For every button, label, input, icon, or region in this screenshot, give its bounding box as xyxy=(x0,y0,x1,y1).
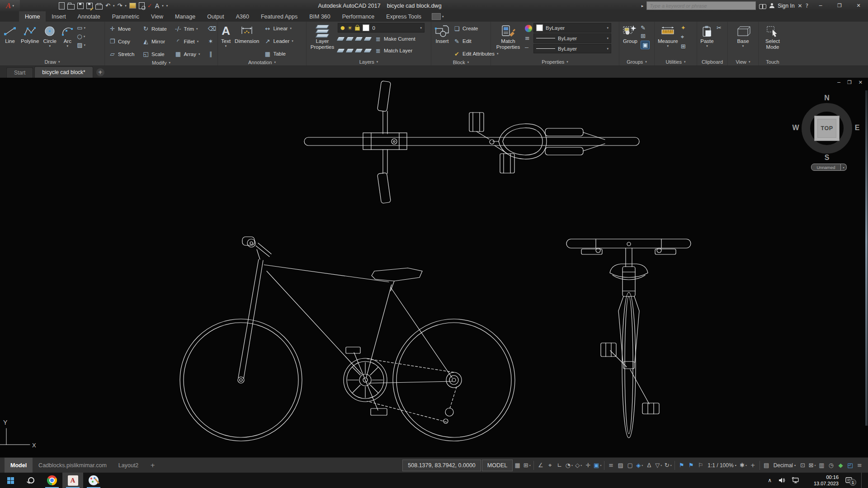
quick-properties-toggle[interactable]: ⊡ xyxy=(798,460,807,471)
search-icon[interactable] xyxy=(759,3,766,9)
viewcube-south[interactable]: S xyxy=(822,154,831,162)
hardware-acceleration-toggle[interactable]: ◆ xyxy=(836,460,845,471)
app-store-icon[interactable]: ✕ xyxy=(798,3,802,9)
autocad-app-menu[interactable]: A ▾ xyxy=(0,0,20,11)
move-button[interactable]: ✛Move xyxy=(107,23,139,34)
annotation-scale-button[interactable]: 1:1 / 100%▾ xyxy=(705,462,738,469)
dynamic-input-toggle[interactable]: ⌖ xyxy=(545,460,555,471)
bicycle-front-view[interactable] xyxy=(566,239,691,438)
plot-icon[interactable] xyxy=(95,5,103,9)
save-as-icon[interactable] xyxy=(86,3,93,9)
taskbar-autocad-button[interactable]: A xyxy=(62,473,83,488)
arc-button[interactable]: Arc ▾ xyxy=(59,23,75,58)
new-drawing-icon[interactable] xyxy=(59,2,65,9)
bicycle-side-view[interactable] xyxy=(180,237,515,441)
tab-annotate[interactable]: Annotate xyxy=(72,11,106,22)
paste-button[interactable]: Paste ▾ xyxy=(699,23,715,58)
taskbar-chrome-button[interactable] xyxy=(42,473,62,488)
panel-label-view[interactable]: View▾ xyxy=(728,58,758,66)
measure-button[interactable]: Measure ▾ xyxy=(656,23,679,58)
taskbar-paint-button[interactable] xyxy=(83,473,104,488)
help-search-input[interactable] xyxy=(646,1,756,10)
object-snap-tracking-toggle[interactable]: ✛ xyxy=(583,460,593,471)
show-desktop-button[interactable] xyxy=(861,473,865,488)
object-snap-toggle[interactable]: ▣▾ xyxy=(593,460,602,471)
tab-output[interactable]: Output xyxy=(201,11,230,22)
tab-insert[interactable]: Insert xyxy=(46,11,71,22)
select-mode-button[interactable]: Select Mode xyxy=(760,23,785,58)
layer-thaw-all-icon[interactable] xyxy=(346,49,354,52)
polar-tracking-toggle[interactable]: ◔▾ xyxy=(564,460,574,471)
line-button[interactable]: Line xyxy=(2,23,18,58)
base-view-button[interactable]: Base ▾ xyxy=(734,23,752,58)
match-layer-button[interactable]: ≣ Match Layer xyxy=(374,45,413,56)
grid-display-toggle[interactable]: ▦ xyxy=(513,460,522,471)
copy-button[interactable]: ❐Copy xyxy=(107,36,139,47)
spell-check-icon[interactable]: ✓ xyxy=(147,2,152,9)
object-color-select[interactable]: ByLayer ▾ xyxy=(533,23,611,33)
quick-calculator-button[interactable]: ⊞ xyxy=(681,43,686,50)
units-icon[interactable]: ▤ xyxy=(762,460,771,471)
annotation-monitor-toggle[interactable]: + xyxy=(748,460,758,471)
layer-select[interactable]: ● ☀ 0 ▾ xyxy=(338,23,425,33)
redo-icon[interactable]: ↷ xyxy=(117,2,122,9)
viewcube-top-face[interactable]: TOP xyxy=(814,116,840,141)
undo-icon[interactable]: ↶ xyxy=(105,2,110,9)
undo-dropdown-icon[interactable]: ▾ xyxy=(113,4,115,8)
panel-label-properties[interactable]: Properties▾ xyxy=(491,58,619,66)
tab-parametric[interactable]: Parametric xyxy=(106,11,145,22)
dimension-button[interactable]: Dimension xyxy=(233,23,260,59)
ellipse-button[interactable]: ○▾ xyxy=(77,33,85,40)
drawing-area[interactable]: Y X ─ ❐ ✕ N W E S TOP Unnamed ▾ xyxy=(0,78,868,457)
transparency-toggle[interactable]: ▨ xyxy=(616,460,625,471)
panel-label-annotation[interactable]: Annotation▾ xyxy=(218,59,306,66)
help-icon[interactable]: ? xyxy=(806,3,808,9)
drawing-close-icon[interactable]: ✕ xyxy=(859,80,863,85)
qat-customize-icon[interactable]: ▾ xyxy=(166,4,168,8)
drawing-minimize-icon[interactable]: ─ xyxy=(837,80,840,85)
file-tab-document[interactable]: bicycle cad block* xyxy=(34,66,93,78)
quick-select-button[interactable]: ✦ xyxy=(681,24,686,31)
fillet-button[interactable]: ◜Fillet▾ xyxy=(172,36,205,47)
panel-label-touch[interactable]: Touch xyxy=(759,58,787,66)
sign-in-button[interactable]: Sign In xyxy=(778,3,794,9)
tab-view[interactable]: View xyxy=(145,11,169,22)
layer-lock-tool-icon[interactable] xyxy=(364,37,372,41)
group-edit-button[interactable]: ⊞ xyxy=(641,33,650,39)
panel-label-draw[interactable]: Draw▾ xyxy=(0,58,104,66)
hidden-icons-chevron[interactable]: ∧ xyxy=(768,477,772,483)
snap-mode-toggle[interactable]: ⊞▾ xyxy=(522,460,532,471)
clean-screen-toggle[interactable]: ◰ xyxy=(845,460,855,471)
tab-featured-apps[interactable]: Featured Apps xyxy=(255,11,303,22)
named-view-label[interactable]: Unnamed xyxy=(811,164,841,171)
make-current-button[interactable]: ≣ Make Current xyxy=(374,33,416,45)
rectangle-button[interactable]: ▭▾ xyxy=(77,24,85,31)
workspace-switch-button[interactable]: ✱▾ xyxy=(739,460,748,471)
selection-filter-toggle[interactable]: ▽▾ xyxy=(654,460,663,471)
new-tab-button[interactable]: + xyxy=(96,68,104,76)
named-view-control[interactable]: Unnamed ▾ xyxy=(811,164,847,171)
cut-button[interactable]: ✂ xyxy=(717,24,722,31)
insert-block-button[interactable]: Insert xyxy=(433,23,451,59)
tab-manage[interactable]: Manage xyxy=(169,11,201,22)
trim-button[interactable]: -∕-Trim▾ xyxy=(172,23,205,34)
lock-ui-button[interactable]: ⊠▾ xyxy=(807,460,817,471)
panel-label-layers[interactable]: Layers▾ xyxy=(307,58,431,66)
named-view-dropdown-icon[interactable]: ▾ xyxy=(841,164,847,171)
tab-bim360[interactable]: BIM 360 xyxy=(303,11,336,22)
start-button[interactable] xyxy=(0,473,21,488)
search-expand-icon[interactable]: ▸ xyxy=(642,4,644,8)
model-tab[interactable]: Model xyxy=(5,458,33,473)
dynamic-ucs-toggle[interactable]: ∆ xyxy=(644,460,654,471)
units-button[interactable]: Decimal▾ xyxy=(771,462,798,469)
action-center-button[interactable]: 1 xyxy=(845,477,853,484)
network-icon[interactable] xyxy=(792,477,800,484)
save-icon[interactable] xyxy=(77,3,84,9)
redo-dropdown-icon[interactable]: ▾ xyxy=(125,4,127,8)
drawing-restore-icon[interactable]: ❐ xyxy=(847,80,852,85)
layout2-tab[interactable]: Layout2 xyxy=(113,458,144,473)
panel-label-modify[interactable]: Modify▾ xyxy=(105,60,217,66)
stretch-button[interactable]: ▱Stretch xyxy=(107,48,139,60)
layout1-tab[interactable]: Cadblocks.pislikmimar.com xyxy=(33,458,113,473)
group-selection-toggle[interactable]: ▣ xyxy=(641,41,650,49)
